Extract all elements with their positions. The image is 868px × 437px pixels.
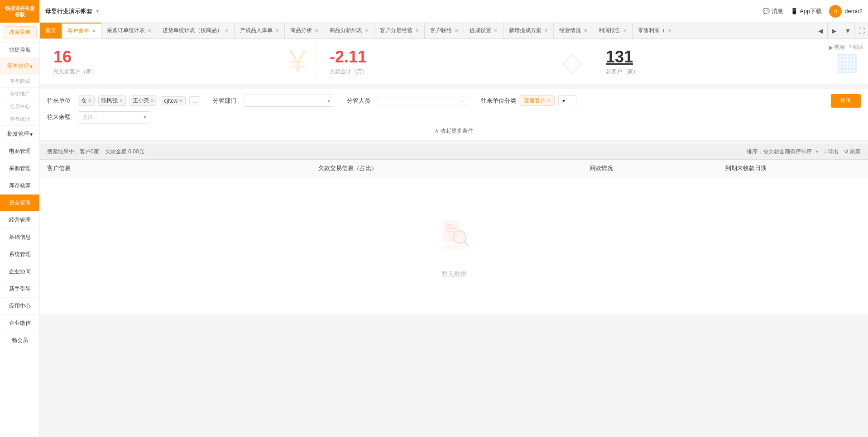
sidebar-quick-nav[interactable]: 快捷导航	[0, 43, 39, 58]
empty-text: 暂无数据	[441, 270, 467, 278]
tab-close-icon[interactable]: ✕	[668, 28, 671, 33]
tab-produce-instock[interactable]: 产成品入库单 ✕	[235, 23, 285, 39]
sidebar-item-enterprise[interactable]: 企业协同	[0, 263, 39, 280]
tab-customer-capital[interactable]: 客户账本 ✕	[62, 23, 101, 39]
tab-close-icon[interactable]: ✕	[365, 28, 369, 33]
tab-customer-segment[interactable]: 客户分层经营 ✕	[374, 23, 425, 39]
sidebar-item-retail-mgmt[interactable]: 零售管理 ▾	[0, 58, 39, 75]
filter-tag-warehouse-remove[interactable]: ✕	[88, 98, 91, 103]
tab-close-icon[interactable]: ✕	[494, 28, 498, 33]
search-button[interactable]: 查询	[831, 94, 861, 108]
sidebar-item-new-guide[interactable]: 新手引导	[0, 280, 39, 298]
sidebar-item-wechat[interactable]: 企业微信	[0, 315, 39, 332]
sidebar-item-vip[interactable]: 畅会员	[0, 332, 39, 349]
export-button[interactable]: ↓ 导出	[824, 148, 839, 156]
filter-credit-select[interactable]: 选择... ▾	[78, 111, 150, 124]
stat-total-customers-value: 16	[53, 48, 72, 66]
tab-close-icon[interactable]: ✕	[455, 28, 458, 33]
user-menu[interactable]: d demo2	[829, 5, 863, 18]
filter-dept-select[interactable]: ▾	[244, 95, 334, 107]
filter-tag-cjttcw-remove[interactable]: ✕	[179, 98, 182, 103]
empty-state: 暂无数据	[40, 177, 868, 314]
tab-close-icon[interactable]: ✕	[275, 28, 279, 33]
filter-more-button[interactable]: ...	[189, 96, 200, 105]
industry-selector-label: 母婴行业演示帐套 ▾	[45, 7, 99, 15]
tab-close-icon[interactable]: ✕	[623, 28, 627, 33]
filter-tag-chenminqiang-remove[interactable]: ✕	[119, 98, 123, 103]
filter-category-select[interactable]: ▾	[558, 95, 576, 106]
filter-manager-label: 分管人员	[347, 97, 374, 105]
filter-area: 往来单位 仓 ✕ 陈民强 ✕ 王小亮 ✕ cjttcw ✕ ...	[40, 89, 868, 141]
tab-close-icon[interactable]: ✕	[92, 28, 96, 33]
tab-close-icon[interactable]: ✕	[544, 28, 548, 33]
page-content: 16 总欠款客户（家） ¥ -2.11 欠款合计（万） ◇ 131 总客户（家）…	[40, 39, 868, 437]
message-label: 消息	[772, 7, 783, 15]
filter-tag-wangxiaoliang-remove[interactable]: ✕	[150, 98, 154, 103]
sidebar-item-base[interactable]: 基础信息	[0, 229, 39, 246]
sidebar-item-ecom[interactable]: 电商管理	[0, 143, 39, 160]
tab-profit-report-label: 利润报告	[599, 27, 620, 34]
sidebar-item-purchase[interactable]: 采购管理	[0, 160, 39, 177]
sidebar-item-batch-mgmt[interactable]: 批发管理 ▾	[0, 126, 39, 143]
sidebar-search-button[interactable]: 搜索菜单	[3, 26, 37, 38]
tab-retail-profit[interactable]: 零售利润（ ✕	[633, 23, 677, 39]
tab-close-icon[interactable]: ✕	[584, 28, 587, 33]
tab-purchase-stats[interactable]: 采购订单统计表 ✕	[101, 23, 157, 39]
sort-selector[interactable]: 排序：按欠款金额倒序排序 ▾	[747, 148, 818, 156]
sidebar-item-retail-stats[interactable]: 零售统计	[0, 113, 39, 126]
tab-close-icon[interactable]: ✕	[225, 28, 229, 33]
message-button[interactable]: 💬 消息	[762, 7, 783, 15]
tab-close-icon[interactable]: ✕	[148, 28, 151, 33]
stat-debt-value: -2.11	[330, 48, 367, 66]
tab-ops-status[interactable]: 经营情况 ✕	[554, 23, 593, 39]
sort-label: 排序：按欠款金额倒序排序	[747, 148, 812, 156]
sidebar-item-batch-mgmt-label: 批发管理	[7, 130, 29, 138]
sidebar-item-finance[interactable]: 资金管理	[0, 195, 39, 212]
tab-raise-settings[interactable]: 提成设置 ✕	[464, 23, 504, 39]
tab-menu[interactable]: ▼	[841, 23, 854, 39]
play-icon: ▶	[829, 44, 833, 51]
tab-home[interactable]: 首页	[40, 23, 62, 39]
filter-category-remove[interactable]: ✕	[547, 98, 551, 103]
tab-new-raise[interactable]: 新增提成方案 ✕	[504, 23, 554, 39]
filter-manager-more[interactable]: ···	[459, 97, 464, 104]
sidebar-item-sys[interactable]: 系统管理	[0, 246, 39, 263]
tab-home-label: 首页	[45, 27, 56, 34]
tab-close-icon[interactable]: ✕	[415, 28, 419, 33]
filter-row-credit: 往来余额 选择... ▾	[47, 111, 861, 124]
tab-close-icon[interactable]: ✕	[315, 28, 318, 33]
sidebar-item-inventory[interactable]: 库存核算	[0, 177, 39, 195]
refresh-button[interactable]: ↺ 刷新	[844, 148, 861, 156]
tab-retail-profit-label: 零售利润（	[638, 27, 665, 34]
video-link[interactable]: ▶ 视频	[829, 43, 845, 51]
sidebar-item-marketing[interactable]: 营销推广	[0, 88, 39, 100]
help-link[interactable]: ? 帮助	[849, 43, 863, 51]
filter-tag-cjttcw: cjttcw ✕	[161, 96, 186, 105]
tab-customer-contact[interactable]: 客户联络 ✕	[425, 23, 464, 39]
filter-manager-text[interactable]	[382, 98, 459, 104]
svg-point-0	[441, 245, 467, 250]
svg-rect-4	[446, 231, 455, 232]
tab-scroll-right[interactable]: ▶	[827, 23, 841, 39]
filter-collapse-button[interactable]: ∧ 收起更多条件	[47, 127, 861, 135]
app-download-label: App下载	[800, 7, 822, 15]
tab-goods-analysis[interactable]: 商品分析 ✕	[285, 23, 324, 39]
chevron-down-icon: ▾	[327, 98, 330, 104]
col-overdue-date: 到期未收款日期	[725, 164, 861, 172]
tab-instock-stats[interactable]: 进货单统计表（按商品） ✕	[157, 23, 235, 39]
filter-dept-label: 分管部门	[213, 97, 240, 105]
sidebar-item-app-center[interactable]: 应用中心	[0, 298, 39, 315]
tab-goods-analysis-list[interactable]: 商品分析列表 ✕	[324, 23, 374, 39]
sidebar-item-retail-mall[interactable]: 零售商城	[0, 75, 39, 88]
tab-scroll-left[interactable]: ◀	[814, 23, 827, 39]
tab-profit-report[interactable]: 利润报告 ✕	[593, 23, 633, 39]
help-icon: ?	[849, 44, 852, 51]
tab-produce-instock-label: 产成品入库单	[240, 27, 273, 34]
sidebar-item-ops[interactable]: 经营管理	[0, 212, 39, 229]
collapse-label: 收起更多条件	[441, 127, 473, 135]
tab-fullscreen[interactable]: ⛶	[854, 23, 868, 39]
sidebar-item-member[interactable]: 会员中心	[0, 100, 39, 113]
stat-total-customers-label: 总欠款客户（家）	[53, 68, 97, 76]
phone-icon: 📱	[791, 8, 798, 14]
app-download-button[interactable]: 📱 App下载	[791, 7, 822, 15]
